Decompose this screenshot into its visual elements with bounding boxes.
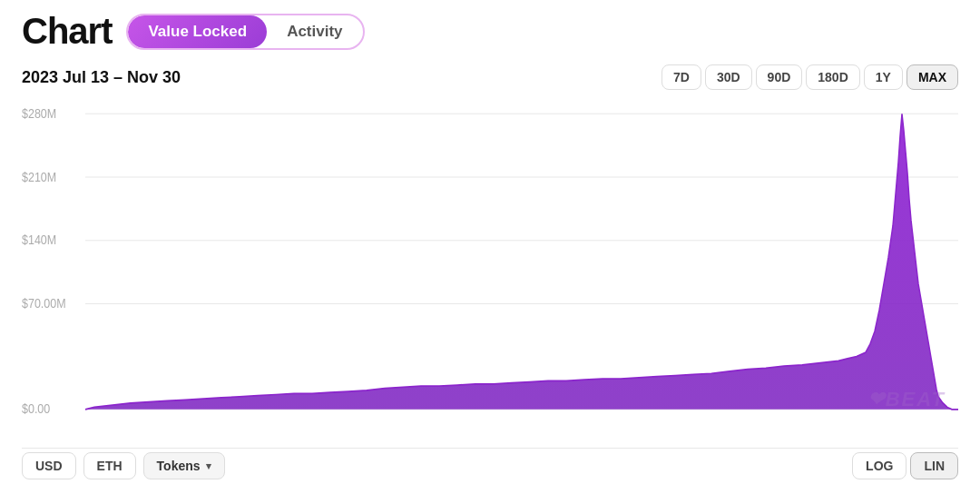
y-label-280m: $280M xyxy=(22,106,56,121)
y-label-70m: $70.00M xyxy=(22,296,66,311)
page-title: Chart xyxy=(22,11,112,52)
scale-lin-button[interactable]: LIN xyxy=(910,452,958,479)
bottom-controls: USD ETH Tokens ▾ LOG LIN xyxy=(22,448,958,479)
currency-eth-button[interactable]: ETH xyxy=(83,452,136,479)
right-controls: LOG LIN xyxy=(852,452,958,479)
left-controls: USD ETH Tokens ▾ xyxy=(22,452,225,479)
chart-svg: $280M $210M $140M $70.00M $0.00 xyxy=(22,99,958,437)
tab-activity[interactable]: Activity xyxy=(267,15,362,48)
y-label-210m: $210M xyxy=(22,170,56,184)
tokens-label: Tokens xyxy=(157,459,201,473)
chart-area: $280M $210M $140M $70.00M $0.00 ❤BEAT xyxy=(22,99,958,437)
y-label-140m: $140M xyxy=(22,233,56,248)
time-filter-30d[interactable]: 30D xyxy=(705,64,752,90)
header-row: Chart Value Locked Activity xyxy=(22,11,958,52)
date-range: 2023 Jul 13 – Nov 30 xyxy=(22,68,181,87)
time-filter-group: 7D 30D 90D 180D 1Y MAX xyxy=(662,64,958,90)
currency-usd-button[interactable]: USD xyxy=(22,452,76,479)
chart-fill xyxy=(85,114,958,410)
time-filter-max[interactable]: MAX xyxy=(906,64,958,90)
time-filter-7d[interactable]: 7D xyxy=(662,64,701,90)
tokens-dropdown-button[interactable]: Tokens ▾ xyxy=(143,452,225,479)
y-label-0: $0.00 xyxy=(22,402,50,417)
chevron-down-icon: ▾ xyxy=(206,460,211,472)
time-filter-90d[interactable]: 90D xyxy=(756,64,803,90)
controls-row: 2023 Jul 13 – Nov 30 7D 30D 90D 180D 1Y … xyxy=(22,64,958,90)
scale-log-button[interactable]: LOG xyxy=(852,452,906,479)
tab-group: Value Locked Activity xyxy=(126,14,364,50)
tab-value-locked[interactable]: Value Locked xyxy=(128,15,267,48)
time-filter-180d[interactable]: 180D xyxy=(806,64,859,90)
main-container: Chart Value Locked Activity 2023 Jul 13 … xyxy=(0,0,980,494)
time-filter-1y[interactable]: 1Y xyxy=(864,64,903,90)
